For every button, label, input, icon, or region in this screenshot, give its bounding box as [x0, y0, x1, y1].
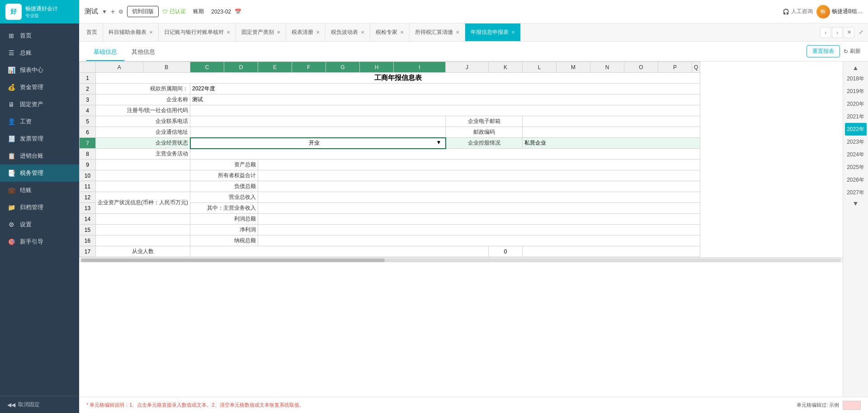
calendar-icon[interactable]: 📅	[235, 9, 241, 15]
sidebar-item-税务管理[interactable]: 📑税务管理	[0, 164, 79, 182]
cell-employees-empty[interactable]	[190, 246, 489, 257]
cell-postcode-value[interactable]	[523, 127, 700, 138]
cell-email-value[interactable]	[523, 116, 700, 127]
tab-close-btn[interactable]: ✕	[316, 30, 320, 35]
sidebar-item-结账[interactable]: 💼结账	[0, 182, 79, 199]
cell-period-value[interactable]: 2022年度	[190, 84, 700, 94]
year-item-2024年[interactable]: 2024年	[845, 148, 867, 161]
col-header-J[interactable]: J	[446, 62, 489, 73]
sidebar-item-资金管理[interactable]: 💰资金管理	[0, 79, 79, 96]
label-net-profit: 净利润	[190, 225, 258, 235]
subtab-other[interactable]: 其他信息	[124, 45, 162, 61]
tab-close-btn[interactable]: ✕	[456, 30, 459, 35]
col-header-H[interactable]: H	[360, 62, 394, 73]
tab-next-btn[interactable]: ›	[832, 27, 843, 38]
year-item-2021年[interactable]: 2021年	[845, 110, 867, 123]
tab-6[interactable]: 税检专家✕	[370, 23, 410, 42]
year-scroll-down[interactable]: ▼	[849, 199, 863, 208]
year-item-2026年[interactable]: 2026年	[845, 174, 867, 186]
tab-close-all-btn[interactable]: ✕	[844, 27, 854, 38]
user-btn[interactable]: 畅 畅捷通B组…	[816, 5, 863, 19]
tab-7[interactable]: 所得税汇算清缴✕	[410, 23, 465, 42]
col-header-G[interactable]: G	[326, 62, 360, 73]
tab-8[interactable]: 年报信息申报表✕	[465, 23, 521, 42]
topbar-add-btn[interactable]: +	[111, 8, 115, 16]
col-header-A[interactable]: A	[96, 62, 143, 73]
tab-4[interactable]: 税表清册✕	[286, 23, 326, 42]
year-item-2019年[interactable]: 2019年	[845, 85, 867, 98]
year-scroll-up[interactable]: ▲	[849, 63, 863, 72]
sidebar-item-进销台账[interactable]: 📋进销台账	[0, 147, 79, 164]
sidebar-item-发票管理[interactable]: 🧾发票管理	[0, 130, 79, 147]
tab-close-btn[interactable]: ✕	[226, 30, 230, 35]
col-header-C[interactable]: C	[190, 62, 224, 73]
cell-phone-value[interactable]	[190, 116, 446, 127]
year-item-2027年[interactable]: 2027年	[845, 186, 867, 199]
service-btn[interactable]: 🎧 人工咨询	[783, 8, 813, 15]
tab-close-btn[interactable]: ✕	[400, 30, 404, 35]
topbar-settings-btn[interactable]: ⚙	[118, 9, 123, 15]
cell-total-assets-value[interactable]	[258, 160, 700, 170]
tab-3[interactable]: 固定资产类别✕	[236, 23, 286, 42]
tab-1[interactable]: 科目辅助余额表✕	[103, 23, 159, 42]
subtab-basic[interactable]: 基础信息	[86, 45, 124, 61]
cell-address-value[interactable]	[190, 127, 446, 138]
sidebar-item-总账[interactable]: ☰总账	[0, 44, 79, 61]
tab-0[interactable]: 首页	[81, 23, 103, 42]
col-header-M[interactable]: M	[557, 62, 590, 73]
cell-main-revenue-value[interactable]	[258, 203, 700, 214]
col-header-Q[interactable]: Q	[692, 62, 700, 73]
cell-equity-value[interactable]	[258, 170, 700, 181]
cell-employees-value[interactable]: 0	[489, 246, 523, 257]
col-header-K[interactable]: K	[489, 62, 523, 73]
label-total-profit: 利润总额	[190, 214, 258, 225]
nav-icon: 💼	[7, 187, 15, 194]
tab-maximize-btn[interactable]: ⤢	[855, 27, 866, 38]
topbar-dropdown-btn[interactable]: ▼	[102, 9, 107, 15]
hscroll-area[interactable]	[79, 257, 843, 263]
cell-regnum-value[interactable]	[190, 105, 700, 116]
sidebar-item-归档管理[interactable]: 📁归档管理	[0, 199, 79, 216]
sidebar-item-新手引导[interactable]: 🎯新手引导	[0, 233, 79, 250]
cell-status-dropdown[interactable]: 开业 ▼	[190, 138, 446, 149]
col-header-I[interactable]: I	[394, 62, 446, 73]
reset-btn[interactable]: 重置报表	[807, 45, 840, 57]
tab-close-btn[interactable]: ✕	[277, 30, 280, 35]
col-header-P[interactable]: P	[658, 62, 692, 73]
sidebar-item-工资[interactable]: 👤工资	[0, 113, 79, 130]
year-item-2025年[interactable]: 2025年	[845, 161, 867, 174]
cell-company-value[interactable]: 测试	[190, 94, 700, 105]
cell-net-profit-value[interactable]	[258, 225, 700, 235]
old-version-btn[interactable]: 切到旧版	[127, 6, 159, 17]
year-item-2018年[interactable]: 2018年	[845, 72, 867, 85]
cell-business-value[interactable]	[190, 149, 700, 160]
col-header-N[interactable]: N	[590, 62, 624, 73]
cell-total-tax-value[interactable]	[258, 235, 700, 246]
tab-close-btn[interactable]: ✕	[149, 30, 153, 35]
cell-revenue-value[interactable]	[258, 192, 700, 203]
sidebar-item-首页[interactable]: ⊞首页	[0, 27, 79, 44]
tab-prev-btn[interactable]: ‹	[820, 27, 831, 38]
year-item-2023年[interactable]: 2023年	[845, 136, 867, 148]
period-label: 账期	[193, 8, 204, 15]
sidebar-item-固定资产[interactable]: 🖥固定资产	[0, 96, 79, 113]
sidebar-unpin-btn[interactable]: ◀◀ 取消固定	[0, 396, 79, 413]
cell-total-debt-value[interactable]	[258, 181, 700, 192]
col-header-B[interactable]: B	[143, 62, 190, 73]
tab-close-btn[interactable]: ✕	[361, 30, 364, 35]
sidebar-item-报表中心[interactable]: 📊报表中心	[0, 61, 79, 79]
cell-total-profit-value[interactable]	[258, 214, 700, 225]
year-item-2022年[interactable]: 2022年	[845, 123, 867, 136]
col-header-F[interactable]: F	[292, 62, 326, 73]
cell-holding-value[interactable]: 私营企业	[523, 138, 700, 149]
col-header-O[interactable]: O	[624, 62, 658, 73]
year-item-2020年[interactable]: 2020年	[845, 98, 867, 110]
tab-5[interactable]: 税负波动表✕	[326, 23, 370, 42]
col-header-E[interactable]: E	[258, 62, 292, 73]
col-header-D[interactable]: D	[224, 62, 258, 73]
sidebar-item-设置[interactable]: ⚙设置	[0, 216, 79, 233]
refresh-btn[interactable]: ↻ 刷新	[844, 47, 861, 55]
col-header-L[interactable]: L	[523, 62, 557, 73]
tab-2[interactable]: 日记账与银行对账单核对✕	[159, 23, 236, 42]
tab-close-btn[interactable]: ✕	[511, 30, 515, 35]
